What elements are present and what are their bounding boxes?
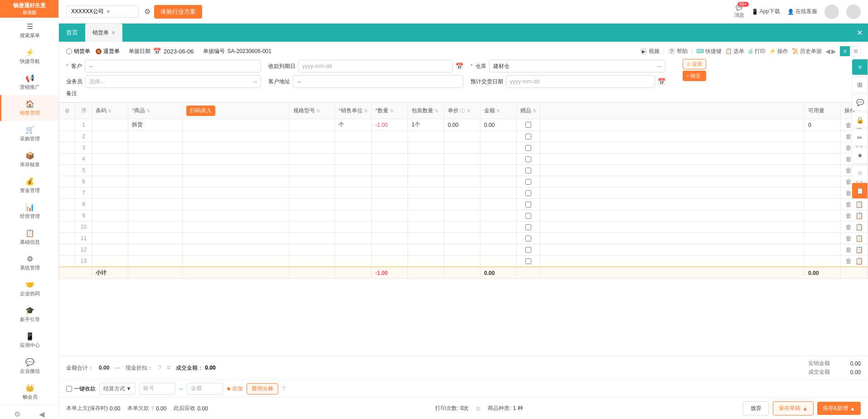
- single-debt-help[interactable]: ?: [151, 405, 154, 412]
- row-unit[interactable]: [335, 255, 371, 267]
- row-unit[interactable]: [335, 244, 371, 255]
- row-delete-button[interactable]: 🗑: [844, 201, 853, 208]
- expense-help-icon[interactable]: ?: [282, 385, 285, 392]
- gift-checkbox[interactable]: [525, 213, 531, 219]
- sidebar-item-appstore[interactable]: 📱 应用中心: [0, 327, 58, 353]
- row-qty[interactable]: [371, 199, 407, 210]
- row-price[interactable]: [444, 165, 480, 176]
- row-barcode[interactable]: [92, 165, 128, 176]
- row-qty[interactable]: [371, 222, 407, 233]
- row-barcode[interactable]: [92, 188, 128, 199]
- sidebar-item-search[interactable]: ☰ 搜索菜单: [0, 18, 58, 43]
- th-settings[interactable]: ⚙: [59, 103, 76, 119]
- right-panel-star2[interactable]: ☆: [852, 165, 868, 181]
- right-panel-action[interactable]: 📋: [852, 183, 868, 199]
- row-qty[interactable]: [371, 165, 407, 176]
- row-qty[interactable]: [371, 154, 407, 165]
- sidebar-item-purchase[interactable]: 🛒 采购管理: [0, 121, 58, 147]
- row-unit[interactable]: [335, 210, 371, 222]
- prev-icon[interactable]: ◀: [825, 48, 830, 55]
- sidebar-item-system[interactable]: ⚙ 系统管理: [0, 250, 58, 276]
- action-video[interactable]: ▶ 视频: [640, 48, 659, 55]
- sidebar-item-guide[interactable]: 🎓 新手引导: [0, 302, 58, 327]
- row-gift[interactable]: [516, 188, 540, 199]
- add-payment-button[interactable]: ● 添加: [227, 385, 243, 393]
- onepay-checkbox[interactable]: [66, 386, 72, 392]
- row-pack[interactable]: [407, 142, 444, 154]
- row-barcode[interactable]: [92, 199, 128, 210]
- gift-checkbox[interactable]: [525, 156, 531, 162]
- row-pack[interactable]: [407, 210, 444, 222]
- row-product[interactable]: [128, 244, 183, 255]
- amount-field[interactable]: 金额: [187, 383, 223, 395]
- row-amount[interactable]: [480, 255, 516, 267]
- row-gift[interactable]: [516, 131, 540, 142]
- row-gift[interactable]: [516, 210, 540, 222]
- row-product[interactable]: [128, 188, 183, 199]
- trial-button[interactable]: 体验行业方案: [154, 5, 202, 19]
- row-pack[interactable]: [407, 131, 444, 142]
- row-unit[interactable]: [335, 154, 371, 165]
- row-qty[interactable]: [371, 142, 407, 154]
- row-spec[interactable]: [289, 222, 335, 233]
- action-select[interactable]: 📋 选单: [725, 48, 744, 55]
- row-barcode[interactable]: [92, 244, 128, 255]
- sidebar-item-marketing[interactable]: 📢 营销推广: [0, 69, 58, 95]
- scan-button[interactable]: 扫码录入: [186, 106, 215, 116]
- topbar-app-download[interactable]: 📱 App下载: [752, 8, 780, 15]
- gift-checkbox[interactable]: [525, 224, 531, 230]
- row-delete-button[interactable]: 🗑: [844, 235, 853, 242]
- customer-addr-input[interactable]: ···: [293, 75, 463, 88]
- radio-return[interactable]: 退货单: [96, 48, 120, 55]
- row-pack[interactable]: [407, 244, 444, 255]
- radio-return-input[interactable]: [96, 48, 102, 54]
- row-qty[interactable]: [371, 131, 407, 142]
- row-barcode[interactable]: [92, 222, 128, 233]
- row-price[interactable]: [444, 210, 480, 222]
- tabbar-close-all-icon[interactable]: ✕: [857, 29, 863, 37]
- row-gift[interactable]: [516, 154, 540, 165]
- row-qty[interactable]: [371, 255, 407, 267]
- sidebar-collapse-icon[interactable]: ◀: [39, 410, 44, 419]
- right-panel-lock[interactable]: 🔒: [852, 112, 868, 128]
- row-gift[interactable]: [516, 233, 540, 244]
- right-panel-grid-view[interactable]: ⊞: [852, 77, 868, 93]
- row-qty[interactable]: [371, 210, 407, 222]
- row-product[interactable]: [128, 154, 183, 165]
- row-unit[interactable]: [335, 176, 371, 188]
- row-product[interactable]: [128, 233, 183, 244]
- row-unit[interactable]: 个: [335, 119, 371, 131]
- row-pack[interactable]: [407, 233, 444, 244]
- right-panel-comment[interactable]: 💬: [852, 94, 868, 111]
- topbar-online-service[interactable]: 👤 在线客服: [787, 8, 817, 15]
- discard-button[interactable]: 放弃: [743, 401, 769, 415]
- draft-button[interactable]: 保存草稿 ▲: [773, 401, 814, 415]
- row-qty[interactable]: [371, 176, 407, 188]
- row-delete-button[interactable]: 🗑: [844, 246, 853, 253]
- row-unit[interactable]: [335, 188, 371, 199]
- topbar-gear-icon[interactable]: ⚙: [144, 7, 150, 16]
- sidebar-item-wechat[interactable]: 💬 企业微信: [0, 353, 58, 379]
- row-price[interactable]: [444, 188, 480, 199]
- row-amount[interactable]: [480, 154, 516, 165]
- gift-checkbox[interactable]: [525, 236, 531, 241]
- row-product[interactable]: [128, 176, 183, 188]
- row-gift[interactable]: [516, 119, 540, 131]
- row-product[interactable]: [128, 222, 183, 233]
- row-qty[interactable]: [371, 244, 407, 255]
- list-view-icon[interactable]: ≡: [840, 46, 850, 56]
- row-barcode[interactable]: [92, 233, 128, 244]
- row-unit[interactable]: [335, 222, 371, 233]
- gift-checkbox[interactable]: [525, 258, 531, 264]
- row-amount[interactable]: [480, 199, 516, 210]
- save-new-dropdown-icon[interactable]: ▲: [850, 405, 855, 412]
- expense-split-button[interactable]: 费用分摊: [247, 383, 278, 395]
- row-copy-button[interactable]: 📋: [854, 246, 864, 253]
- row-price[interactable]: [444, 233, 480, 244]
- sidebar-item-inventory[interactable]: 📦 库存核算: [0, 147, 58, 173]
- row-amount[interactable]: [480, 131, 516, 142]
- pay-method-select[interactable]: 结算方式 ▼: [99, 383, 136, 395]
- row-gift[interactable]: [516, 165, 540, 176]
- expected-date-input[interactable]: yyyy-mm-dd: [506, 75, 655, 88]
- onepay-checkbox-label[interactable]: 一键收款: [66, 385, 96, 393]
